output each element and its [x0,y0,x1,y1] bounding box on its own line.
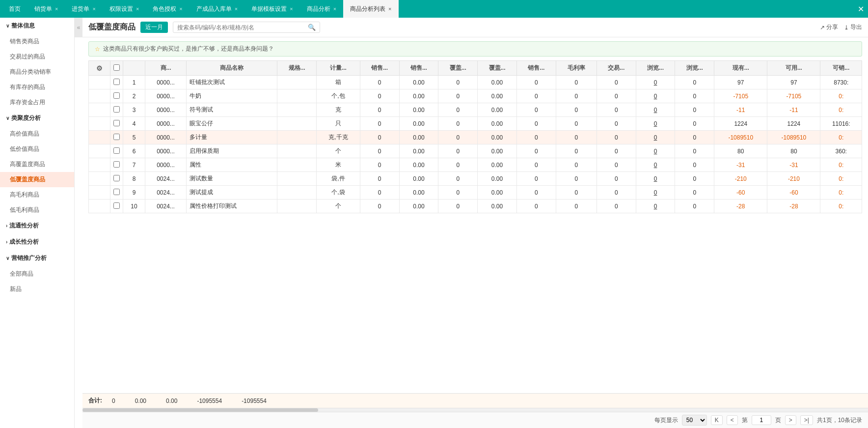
row-browse1[interactable]: 0 [636,131,675,144]
row-browse1[interactable]: 0 [636,103,675,117]
table-container[interactable]: ⚙ 商... 商品名称 规格... 计量... 销售... 销售... 覆盖..… [82,60,868,393]
sidebar-section-marketing[interactable]: ∨ 营销推广分析 [0,250,74,266]
sidebar-item-all-goods[interactable]: 全部商品 [0,266,74,282]
prev-page-button[interactable]: < [727,415,738,425]
row-checkbox-cell[interactable] [110,117,123,131]
row-checkbox-cell[interactable] [110,89,123,103]
th-browse1[interactable]: 浏览... [636,61,675,76]
row-checkbox[interactable] [113,147,120,154]
row-checkbox-cell[interactable] [110,172,123,186]
th-available[interactable]: 可用... [767,61,820,76]
row-checkbox[interactable] [113,79,120,85]
tab-close-icon[interactable]: × [235,6,238,12]
row-browse1[interactable]: 0 [636,76,675,89]
share-button[interactable]: ↗ 分享 [820,23,838,31]
th-name[interactable]: 商品名称 [187,61,277,76]
sidebar-item-low-value[interactable]: 低价值商品 [0,142,74,157]
tab-permission-settings[interactable]: 权限设置 × [103,0,146,18]
row-browse1[interactable]: 0 [636,200,675,213]
next-page-button[interactable]: > [785,415,796,425]
th-spec[interactable]: 规格... [277,61,317,76]
tab-purchase-order[interactable]: 进货单 × [65,0,102,18]
tab-close-icon[interactable]: × [179,6,182,12]
row-checkbox-cell[interactable] [110,131,123,144]
row-checkbox[interactable] [113,189,120,195]
last-page-button[interactable]: >| [800,415,813,425]
search-input[interactable] [177,24,308,31]
tab-product-analysis-list[interactable]: 商品分析列表 × [343,0,398,18]
footer-values: 0 0.00 0.00 -1095554 -1095554 [112,398,267,404]
settings-icon[interactable]: ⚙ [96,64,103,72]
sidebar-item-high-coverage[interactable]: 高覆盖度商品 [0,157,74,172]
sidebar-section-cluster[interactable]: ∨ 类聚度分析 [0,110,74,126]
th-sellable[interactable]: 可销... [820,61,862,76]
row-checkbox-cell[interactable] [110,186,123,200]
first-page-button[interactable]: K [711,415,723,425]
row-browse1[interactable]: 0 [636,158,675,172]
tab-close-icon[interactable]: × [55,6,58,12]
tab-close-icon[interactable]: × [92,6,95,12]
tab-product-analysis[interactable]: 商品分析 × [300,0,343,18]
tab-role-auth[interactable]: 角色授权 × [146,0,189,18]
horizontal-scrollbar[interactable] [82,408,868,412]
sidebar-item-sales-goods[interactable]: 销售类商品 [0,34,74,49]
row-checkbox-cell[interactable] [110,76,123,89]
th-code[interactable]: 商... [145,61,186,76]
row-browse1[interactable]: 0 [636,117,675,131]
th-sales-qty2[interactable]: 销售... [516,61,556,76]
th-gross[interactable]: 毛利率 [556,61,597,76]
row-checkbox[interactable] [113,120,120,126]
th-sales-qty1[interactable]: 销售... [360,61,399,76]
current-page-input[interactable] [752,415,771,425]
sidebar-item-in-stock[interactable]: 有库存的商品 [0,80,74,95]
th-settings[interactable]: ⚙ [89,61,110,76]
row-checkbox[interactable] [113,161,120,168]
close-all-tabs-button[interactable]: ✕ [858,4,864,14]
sidebar-item-low-margin[interactable]: 低毛利商品 [0,202,74,218]
sidebar-section-liquidity[interactable]: › 流通性分析 [0,218,74,234]
scrollbar-thumb[interactable] [82,408,318,412]
row-checkbox[interactable] [113,175,120,181]
row-checkbox[interactable] [113,134,120,140]
th-trans[interactable]: 交易... [597,61,636,76]
row-checkbox[interactable] [113,92,120,99]
row-checkbox[interactable] [113,106,120,113]
tab-sales-order[interactable]: 销货单 × [27,0,65,18]
sidebar-item-category-rate[interactable]: 商品分类动销率 [0,64,74,80]
sidebar-collapse-button[interactable]: « [75,18,82,37]
row-browse1[interactable]: 0 [636,186,675,200]
th-cover2[interactable]: 覆盖... [478,61,517,76]
tab-close-icon[interactable]: × [290,6,293,12]
sidebar-item-traded-goods[interactable]: 交易过的商品 [0,49,74,64]
sidebar-section-overall[interactable]: ∨ 整体信息 [0,18,74,34]
export-button[interactable]: ⤓ 导出 [844,23,862,31]
row-checkbox-cell[interactable] [110,144,123,158]
tab-close-icon[interactable]: × [388,6,391,12]
row-browse1[interactable]: 0 [636,172,675,186]
th-unit[interactable]: 计量... [316,61,360,76]
tab-close-icon[interactable]: × [136,6,139,12]
sidebar-item-high-margin[interactable]: 高毛利商品 [0,187,74,202]
row-checkbox-cell[interactable] [110,200,123,213]
sidebar-item-low-coverage[interactable]: 低覆盖度商品 [0,172,74,187]
sidebar-item-new-goods[interactable]: 新品 [0,282,74,297]
tab-product-inbound[interactable]: 产成品入库单 × [190,0,244,18]
sidebar-item-high-value[interactable]: 高价值商品 [0,126,74,142]
th-cover1[interactable]: 覆盖... [438,61,478,76]
row-checkbox-cell[interactable] [110,158,123,172]
sidebar-section-growth[interactable]: › 成长性分析 [0,234,74,250]
sidebar-item-stock-capital[interactable]: 库存资金占用 [0,95,74,110]
th-current[interactable]: 现有... [714,61,767,76]
tab-close-icon[interactable]: × [333,6,336,12]
select-all-checkbox[interactable] [113,64,120,71]
th-browse2[interactable]: 浏览... [675,61,714,76]
row-checkbox-cell[interactable] [110,103,123,117]
date-filter-button[interactable]: 近一月 [140,22,168,33]
per-page-select[interactable]: 50 20 100 [682,415,707,426]
tab-template-settings[interactable]: 单据模板设置 × [244,0,299,18]
row-browse1[interactable]: 0 [636,89,675,103]
row-browse1[interactable]: 0 [636,144,675,158]
row-checkbox[interactable] [113,202,120,209]
tab-home[interactable]: 首页 [2,0,27,18]
th-sales-amt1[interactable]: 销售... [399,61,438,76]
